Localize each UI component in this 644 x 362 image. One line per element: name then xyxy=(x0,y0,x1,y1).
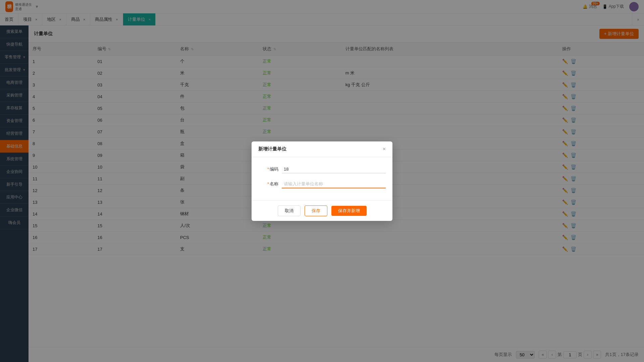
save-button[interactable]: 保存 xyxy=(305,205,327,216)
modal-title: 新增计量单位 xyxy=(258,146,286,152)
save-and-new-button[interactable]: 保存并新增 xyxy=(331,206,367,216)
add-unit-modal: 新增计量单位 × *编码 *名称 取消 保存 保存并新增 xyxy=(252,141,392,221)
code-input[interactable] xyxy=(282,165,386,173)
modal-close-btn[interactable]: × xyxy=(383,146,386,152)
code-required: * xyxy=(267,167,269,172)
cancel-button[interactable]: 取消 xyxy=(278,205,301,216)
form-row-name: *名称 xyxy=(258,180,386,188)
modal-footer: 取消 保存 保存并新增 xyxy=(252,200,392,221)
form-row-code: *编码 xyxy=(258,165,386,173)
modal-body: *编码 *名称 xyxy=(252,157,392,200)
name-input[interactable] xyxy=(282,180,386,188)
name-label: *名称 xyxy=(258,181,278,187)
code-label: *编码 xyxy=(258,166,278,172)
modal-header: 新增计量单位 × xyxy=(252,141,392,157)
name-required: * xyxy=(267,181,269,186)
modal-overlay: 新增计量单位 × *编码 *名称 取消 保存 保存并新增 xyxy=(0,0,644,362)
